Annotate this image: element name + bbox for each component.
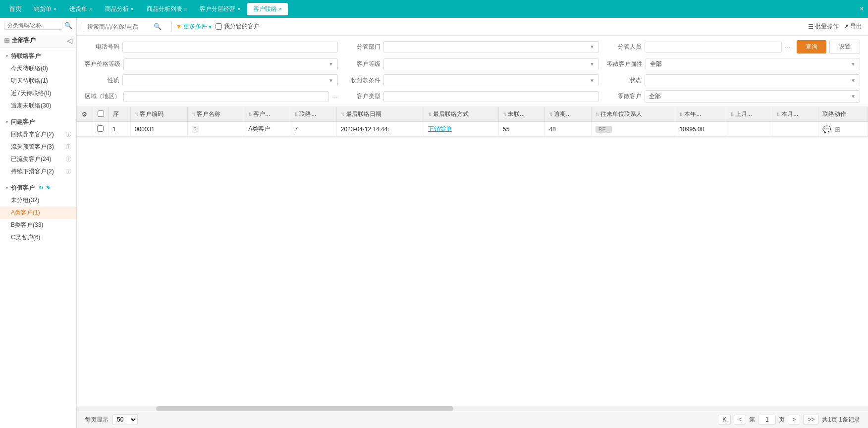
close-purchase-tab-icon[interactable]: ×: [89, 6, 92, 12]
col-this-month: ⇅本月...: [772, 107, 818, 122]
more-conditions-button[interactable]: ▼ 更多条件 ▾: [176, 22, 212, 31]
sidebar-item-overdue[interactable]: 逾期未联络(30): [0, 100, 76, 112]
close-product-list-tab-icon[interactable]: ×: [184, 6, 187, 12]
col-no-contact: ⇅未联...: [499, 107, 545, 122]
value-arrow-icon: ▼: [5, 186, 9, 190]
sidebar-item-class-a[interactable]: A类客户(1): [0, 207, 76, 219]
customer-level-select[interactable]: ▼: [383, 58, 599, 70]
close-window-icon[interactable]: ×: [860, 4, 864, 13]
my-customers-check[interactable]: [216, 23, 222, 30]
export-button[interactable]: ↗ 导出: [844, 22, 862, 31]
info-icon-declining: ⓘ: [66, 168, 71, 175]
pending-arrow-icon: ▼: [5, 54, 9, 58]
nav-tab-customer-segment[interactable]: 客户分层经营 ×: [194, 3, 246, 15]
gear-icon[interactable]: ⚙: [82, 111, 87, 118]
page-unit-label: 页: [779, 416, 785, 424]
settings-button[interactable]: 设置: [829, 40, 860, 54]
search-icon[interactable]: 🔍: [154, 23, 162, 30]
sidebar-item-today[interactable]: 今天待联络(0): [0, 62, 76, 75]
problem-customers-title[interactable]: ▼ 问题客户: [0, 116, 76, 128]
last-page-button[interactable]: >>: [803, 415, 819, 425]
region-more-icon[interactable]: ···: [332, 93, 338, 101]
filter-row-price-level: 客户价格等级 ▼: [85, 58, 338, 70]
action-icons-group: 💬 ⊞: [822, 125, 864, 133]
close-product-tab-icon[interactable]: ×: [131, 6, 134, 12]
total-records-label: 共1页 1条记录: [822, 416, 860, 424]
my-customers-checkbox[interactable]: 我分管的客户: [216, 22, 260, 31]
row-select-checkbox[interactable]: [97, 125, 104, 132]
filter-row-nature: 性质 ▼: [85, 74, 338, 86]
prev-page-button[interactable]: <: [734, 415, 746, 425]
close-sales-tab-icon[interactable]: ×: [54, 6, 56, 12]
last-method-link[interactable]: 下销货单: [428, 125, 452, 132]
customer-type-input[interactable]: [383, 91, 599, 102]
edit-icon[interactable]: ✎: [46, 185, 51, 191]
price-level-select[interactable]: ▼: [123, 58, 338, 70]
sidebar-item-churn-warning[interactable]: 流失预警客户(3) ⓘ: [0, 141, 76, 153]
col-code: ⇅客户编码: [130, 107, 187, 122]
horizontal-scrollbar[interactable]: [77, 406, 868, 411]
nav-tab-sales[interactable]: 销货单 ×: [28, 3, 62, 15]
scatter-select[interactable]: 全部 ▼: [645, 90, 860, 103]
search-input[interactable]: [87, 23, 152, 30]
batch-op-button[interactable]: ☰ 批量操作: [808, 22, 839, 31]
sidebar-item-class-b[interactable]: B类客户(33): [0, 219, 76, 231]
close-segment-tab-icon[interactable]: ×: [237, 6, 240, 12]
problem-arrow-icon: ▼: [5, 120, 9, 124]
phone-input[interactable]: [122, 42, 338, 53]
manager-more-icon[interactable]: ···: [785, 43, 791, 51]
nav-tab-purchase[interactable]: 进货单 ×: [63, 3, 98, 15]
sidebar-search-input[interactable]: [4, 21, 62, 30]
scrollbar-thumb[interactable]: [156, 406, 453, 411]
row-this-month: [772, 122, 818, 137]
row-checkbox: [93, 122, 108, 137]
sidebar-item-class-c[interactable]: C类客户(6): [0, 231, 76, 244]
qr-icon[interactable]: ⊞: [835, 125, 841, 133]
col-actions: 联络动作: [818, 107, 868, 122]
row-unit-contact: RE .: [591, 122, 675, 137]
col-index: 序: [108, 107, 130, 122]
value-customers-title[interactable]: ▼ 价值客户 ↻ ✎: [0, 182, 76, 194]
sidebar-search-icon[interactable]: 🔍: [64, 22, 72, 29]
close-contact-tab-icon[interactable]: ×: [279, 6, 282, 12]
refresh-icon[interactable]: ↻: [39, 185, 43, 191]
message-icon[interactable]: 💬: [822, 125, 831, 133]
row-overdue: 48: [545, 122, 591, 137]
manager-input[interactable]: [645, 42, 782, 53]
row-index: 1: [108, 122, 130, 137]
nav-tab-customer-contact[interactable]: 客户联络 ×: [247, 3, 288, 15]
row-contact-count: 7: [290, 122, 336, 137]
col-select-all: [93, 107, 108, 122]
select-all-checkbox[interactable]: [98, 110, 104, 117]
nav-tab-product-list[interactable]: 商品分析列表 ×: [141, 3, 193, 15]
page-number-input[interactable]: [758, 415, 776, 425]
filter-row-customer-type: 客户类型: [346, 90, 599, 103]
scatter-attr-select[interactable]: 全部 ▼: [646, 58, 860, 70]
pending-contact-title[interactable]: ▼ 待联络客户: [0, 50, 76, 62]
sidebar-collapse-icon[interactable]: ◁: [67, 37, 72, 45]
page-label: 第: [749, 416, 755, 424]
status-select[interactable]: ▼: [645, 74, 860, 86]
sidebar-item-repurchase-abnormal[interactable]: 回购异常客户(2) ⓘ: [0, 128, 76, 141]
nature-select[interactable]: ▼: [122, 74, 338, 86]
row-last-method[interactable]: 下销货单: [424, 122, 498, 137]
region-input[interactable]: [123, 91, 329, 102]
sidebar-item-unclassified[interactable]: 未分组(32): [0, 194, 76, 207]
unit-contact-badge: RE .: [596, 126, 612, 133]
query-button[interactable]: 查询: [797, 40, 826, 54]
nav-tab-product-analysis[interactable]: 商品分析 ×: [99, 3, 140, 15]
row-action-icons: 💬 ⊞: [818, 122, 868, 137]
filter-row-payment: 收付款条件 ▼: [346, 74, 599, 86]
first-page-button[interactable]: K: [718, 415, 731, 425]
sidebar-item-tomorrow[interactable]: 明天待联络(1): [0, 75, 76, 87]
sidebar-item-churned[interactable]: 已流失客户(24) ⓘ: [0, 153, 76, 165]
next-page-button[interactable]: >: [788, 415, 800, 425]
sidebar-item-7days[interactable]: 近7天待联络(0): [0, 87, 76, 100]
nav-tab-home[interactable]: 首页: [4, 2, 27, 15]
filter-row-phone: 电话号码: [85, 40, 338, 54]
sidebar-item-declining[interactable]: 持续下滑客户(2) ⓘ: [0, 165, 76, 178]
payment-select[interactable]: ▼: [383, 74, 599, 86]
dept-select[interactable]: ▼: [383, 41, 599, 53]
page-size-select[interactable]: 50 100 200: [112, 414, 138, 425]
payment-arrow: ▼: [590, 78, 595, 83]
